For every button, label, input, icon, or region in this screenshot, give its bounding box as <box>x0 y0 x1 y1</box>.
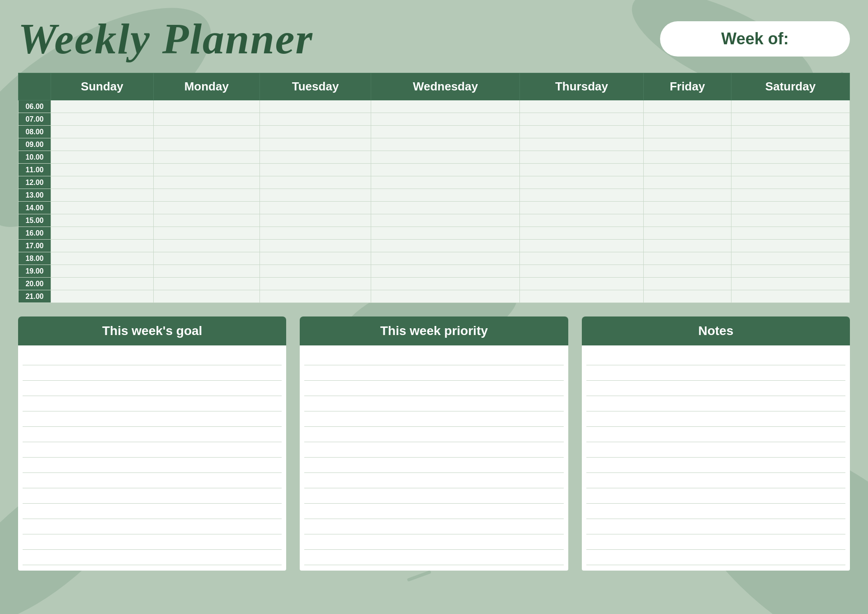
schedule-cell[interactable] <box>371 164 520 176</box>
schedule-cell[interactable] <box>153 189 259 202</box>
schedule-cell[interactable] <box>259 265 371 278</box>
schedule-cell[interactable] <box>520 202 644 214</box>
schedule-cell[interactable] <box>51 214 154 227</box>
schedule-cell[interactable] <box>51 138 154 151</box>
schedule-cell[interactable] <box>731 176 849 189</box>
schedule-cell[interactable] <box>371 176 520 189</box>
schedule-cell[interactable] <box>731 290 849 303</box>
schedule-cell[interactable] <box>51 164 154 176</box>
schedule-cell[interactable] <box>643 189 731 202</box>
schedule-cell[interactable] <box>259 113 371 126</box>
schedule-cell[interactable] <box>731 100 849 113</box>
schedule-cell[interactable] <box>643 214 731 227</box>
table-row[interactable]: 17.00 <box>19 240 850 252</box>
schedule-cell[interactable] <box>259 151 371 164</box>
table-row[interactable]: 13.00 <box>19 189 850 202</box>
schedule-cell[interactable] <box>51 227 154 240</box>
table-row[interactable]: 11.00 <box>19 164 850 176</box>
schedule-cell[interactable] <box>643 202 731 214</box>
schedule-cell[interactable] <box>731 240 849 252</box>
schedule-cell[interactable] <box>643 151 731 164</box>
schedule-cell[interactable] <box>259 138 371 151</box>
schedule-cell[interactable] <box>153 252 259 265</box>
schedule-cell[interactable] <box>371 138 520 151</box>
schedule-cell[interactable] <box>731 265 849 278</box>
table-row[interactable]: 19.00 <box>19 265 850 278</box>
schedule-cell[interactable] <box>643 100 731 113</box>
week-of-box[interactable]: Week of: <box>660 21 850 57</box>
schedule-cell[interactable] <box>520 138 644 151</box>
schedule-cell[interactable] <box>643 126 731 138</box>
schedule-cell[interactable] <box>51 189 154 202</box>
schedule-cell[interactable] <box>520 151 644 164</box>
schedule-cell[interactable] <box>51 278 154 290</box>
schedule-cell[interactable] <box>51 252 154 265</box>
schedule-cell[interactable] <box>520 189 644 202</box>
table-row[interactable]: 16.00 <box>19 227 850 240</box>
schedule-cell[interactable] <box>371 214 520 227</box>
schedule-cell[interactable] <box>643 176 731 189</box>
schedule-cell[interactable] <box>520 164 644 176</box>
schedule-cell[interactable] <box>520 126 644 138</box>
schedule-cell[interactable] <box>371 113 520 126</box>
schedule-cell[interactable] <box>153 227 259 240</box>
table-row[interactable]: 18.00 <box>19 252 850 265</box>
schedule-cell[interactable] <box>520 113 644 126</box>
schedule-cell[interactable] <box>51 176 154 189</box>
schedule-cell[interactable] <box>153 138 259 151</box>
notes-panel-lines[interactable] <box>582 345 850 571</box>
schedule-cell[interactable] <box>153 265 259 278</box>
schedule-cell[interactable] <box>643 265 731 278</box>
priority-panel-lines[interactable] <box>300 345 568 571</box>
schedule-cell[interactable] <box>731 126 849 138</box>
schedule-cell[interactable] <box>371 252 520 265</box>
table-row[interactable]: 06.00 <box>19 100 850 113</box>
table-row[interactable]: 20.00 <box>19 278 850 290</box>
schedule-cell[interactable] <box>731 164 849 176</box>
schedule-cell[interactable] <box>643 227 731 240</box>
schedule-cell[interactable] <box>153 278 259 290</box>
schedule-cell[interactable] <box>51 151 154 164</box>
schedule-cell[interactable] <box>643 240 731 252</box>
schedule-cell[interactable] <box>731 278 849 290</box>
schedule-cell[interactable] <box>643 113 731 126</box>
schedule-cell[interactable] <box>371 265 520 278</box>
schedule-cell[interactable] <box>520 240 644 252</box>
table-row[interactable]: 12.00 <box>19 176 850 189</box>
schedule-cell[interactable] <box>520 227 644 240</box>
schedule-cell[interactable] <box>371 227 520 240</box>
schedule-cell[interactable] <box>153 100 259 113</box>
schedule-cell[interactable] <box>371 202 520 214</box>
goal-panel-lines[interactable] <box>18 345 286 571</box>
schedule-cell[interactable] <box>153 176 259 189</box>
schedule-cell[interactable] <box>731 227 849 240</box>
schedule-cell[interactable] <box>153 214 259 227</box>
schedule-cell[interactable] <box>259 290 371 303</box>
schedule-cell[interactable] <box>643 138 731 151</box>
schedule-cell[interactable] <box>259 189 371 202</box>
schedule-cell[interactable] <box>51 113 154 126</box>
schedule-cell[interactable] <box>371 290 520 303</box>
schedule-cell[interactable] <box>153 290 259 303</box>
schedule-cell[interactable] <box>51 202 154 214</box>
schedule-cell[interactable] <box>520 214 644 227</box>
schedule-cell[interactable] <box>259 100 371 113</box>
schedule-cell[interactable] <box>371 278 520 290</box>
schedule-cell[interactable] <box>153 164 259 176</box>
schedule-cell[interactable] <box>259 126 371 138</box>
table-row[interactable]: 08.00 <box>19 126 850 138</box>
schedule-cell[interactable] <box>731 151 849 164</box>
schedule-cell[interactable] <box>520 265 644 278</box>
schedule-cell[interactable] <box>731 138 849 151</box>
schedule-cell[interactable] <box>259 202 371 214</box>
table-row[interactable]: 21.00 <box>19 290 850 303</box>
schedule-cell[interactable] <box>520 100 644 113</box>
schedule-cell[interactable] <box>153 113 259 126</box>
schedule-cell[interactable] <box>731 252 849 265</box>
schedule-cell[interactable] <box>51 290 154 303</box>
schedule-cell[interactable] <box>259 176 371 189</box>
schedule-cell[interactable] <box>153 126 259 138</box>
schedule-cell[interactable] <box>520 176 644 189</box>
schedule-cell[interactable] <box>259 240 371 252</box>
schedule-cell[interactable] <box>520 290 644 303</box>
